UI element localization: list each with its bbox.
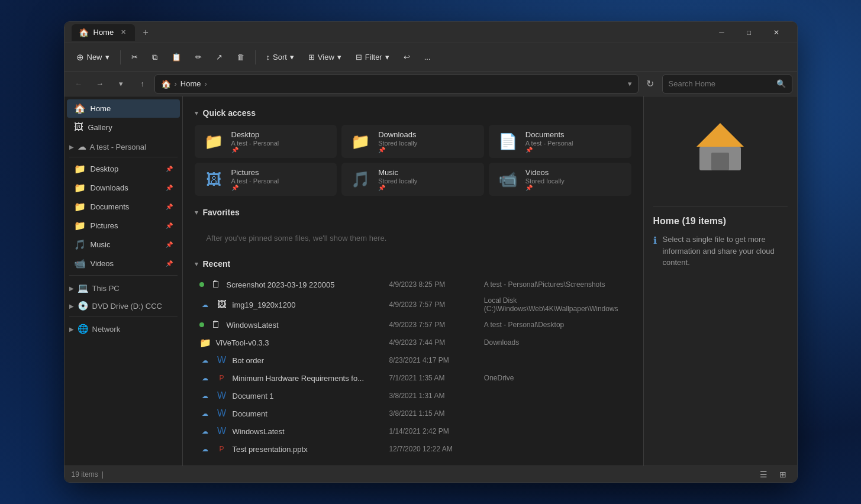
file-date-7: 3/8/2021 1:15 AM — [389, 409, 483, 418]
recent-row-1[interactable]: ☁ 🖼 img19_1920x1200 4/9/2023 7:57 PM Loc… — [195, 293, 631, 316]
breadcrumb-dropdown-icon[interactable]: ▾ — [628, 79, 632, 88]
grid-view-button[interactable]: ⊞ — [776, 467, 790, 482]
search-input[interactable] — [669, 79, 772, 88]
home-tab[interactable]: 🏠 Home ✕ — [72, 24, 136, 41]
sidebar-item-downloads[interactable]: 📁 Downloads 📌 — [67, 179, 180, 197]
list-view-button[interactable]: ☰ — [757, 467, 771, 482]
recent-header[interactable]: ▾ Recent — [195, 259, 631, 269]
sidebar-downloads-label: Downloads — [91, 183, 128, 192]
rp-info-icon: ℹ — [653, 235, 657, 246]
share-button[interactable]: ↗ — [210, 49, 228, 65]
sidebar-item-thispc[interactable]: ▶ 💻 This PC — [65, 278, 182, 296]
sidebar-videos-label: Videos — [91, 259, 114, 268]
maximize-button[interactable]: □ — [736, 22, 763, 43]
sidebar-item-videos[interactable]: 📹 Videos 📌 — [67, 254, 180, 273]
refresh-button[interactable]: ↻ — [641, 75, 660, 93]
undo-button[interactable]: ↩ — [398, 49, 416, 65]
back-button[interactable]: ← — [69, 75, 88, 93]
forward-button[interactable]: → — [91, 75, 109, 93]
search-box[interactable]: 🔍 — [662, 75, 792, 93]
recent-row-4[interactable]: ☁ W Bot order 8/23/2021 4:17 PM — [195, 351, 631, 369]
breadcrumb-path: Home — [180, 79, 201, 88]
sidebar-item-documents[interactable]: 📁 Documents 📌 — [67, 198, 180, 216]
qa-videos-icon: 📹 — [496, 167, 520, 191]
recent-row-0[interactable]: 🗒 Screenshot 2023-03-19 220005 4/9/2023 … — [195, 276, 631, 293]
breadcrumb-sep-1: › — [175, 79, 177, 88]
qa-item-documents[interactable]: 📄 Documents A test - Personal 📌 — [489, 125, 631, 158]
file-icon-1: ☁ — [199, 299, 211, 311]
recent-row-2[interactable]: 🗒 WindowsLatest 4/9/2023 7:57 PM A test … — [195, 316, 631, 334]
copy-button[interactable]: ⧉ — [146, 49, 163, 66]
file-date-4: 8/23/2021 4:17 PM — [389, 356, 483, 364]
file-location-1: Local Disk (C:)\Windows\Web\4K\Wallpaper… — [484, 296, 627, 313]
sidebar-network-label: Network — [92, 325, 121, 334]
main-content: 🏠 Home 🖼 Gallery ▶ ☁ A test - Personal 📁… — [65, 96, 797, 466]
view-button[interactable]: ⊞ View ▾ — [302, 49, 347, 65]
recent-row-8[interactable]: ☁ W WindowsLatest 1/14/2021 2:42 PM — [195, 422, 631, 440]
status-bar: 19 items | ☰ ⊞ — [65, 466, 797, 482]
tab-title: Home — [93, 28, 114, 37]
favorites-header[interactable]: ▾ Favorites — [195, 208, 631, 217]
cut-button[interactable]: ✂ — [125, 49, 144, 65]
home-icon: 🏠 — [74, 103, 86, 114]
recent-row-6[interactable]: ☁ W Document 1 3/8/2021 1:31 AM — [195, 387, 631, 405]
rename-button[interactable]: ✏ — [189, 49, 208, 65]
up-button[interactable]: ↑ — [133, 75, 152, 93]
sidebar-item-dvd[interactable]: ▶ 💿 DVD Drive (D:) CCC — [65, 296, 182, 314]
more-button[interactable]: ... — [418, 49, 437, 65]
recent-locations-button[interactable]: ▾ — [112, 75, 131, 93]
recent-row-5[interactable]: ☁ P Minimum Hardware Requirements fo... … — [195, 369, 631, 387]
search-icon: 🔍 — [776, 79, 786, 88]
rp-title: Home (19 items) — [653, 216, 788, 227]
recent-row-7[interactable]: ☁ W Document 3/8/2021 1:15 AM — [195, 405, 631, 422]
qa-item-pictures[interactable]: 🖼 Pictures A test - Personal 📌 — [195, 163, 337, 196]
sidebar-item-desktop[interactable]: 📁 Desktop 📌 — [67, 160, 180, 178]
qa-item-music[interactable]: 🎵 Music Stored locally 📌 — [341, 163, 484, 196]
tab-home-icon: 🏠 — [79, 28, 89, 37]
new-button[interactable]: ⊕ New ▾ — [70, 49, 115, 66]
quick-access-header[interactable]: ▾ Quick access — [195, 108, 631, 118]
file-type-icon-9: P — [216, 443, 228, 455]
sort-button[interactable]: ↕ Sort ▾ — [260, 49, 300, 65]
tab-close-button[interactable]: ✕ — [118, 28, 128, 37]
qa-pictures-sub: A test - Personal — [231, 177, 330, 185]
thispc-expand-icon: ▶ — [69, 285, 74, 292]
sidebar-desktop-label: Desktop — [91, 164, 119, 173]
sidebar-item-network[interactable]: ▶ 🌐 Network — [65, 319, 182, 337]
status-separator: | — [102, 470, 104, 479]
breadcrumb-home-icon: 🏠 — [161, 79, 171, 89]
paste-button[interactable]: 📋 — [166, 49, 187, 65]
qa-documents-info: Documents A test - Personal 📌 — [525, 130, 624, 153]
filter-button[interactable]: ⊟ Filter ▾ — [350, 49, 395, 65]
new-dropdown-icon: ▾ — [105, 53, 109, 62]
sidebar-item-music[interactable]: 🎵 Music 📌 — [67, 235, 180, 254]
minimize-button[interactable]: ─ — [708, 22, 736, 43]
qa-item-desktop[interactable]: 📁 Desktop A test - Personal 📌 — [195, 125, 337, 158]
close-button[interactable]: ✕ — [763, 22, 790, 43]
toolbar-sep-2 — [255, 50, 256, 64]
quick-access-arrow: ▾ — [195, 109, 198, 117]
qa-desktop-info: Desktop A test - Personal 📌 — [231, 130, 330, 153]
qa-item-downloads[interactable]: 📁 Downloads Stored locally 📌 — [341, 125, 484, 158]
sidebar-item-onedrive[interactable]: ▶ ☁ A test - Personal — [65, 137, 182, 154]
sidebar-item-home[interactable]: 🏠 Home — [67, 99, 180, 118]
new-tab-button[interactable]: + — [137, 24, 154, 41]
qa-downloads-icon: 📁 — [349, 130, 372, 153]
breadcrumb-sep-2: › — [205, 79, 207, 88]
sidebar-item-gallery[interactable]: 🖼 Gallery — [67, 118, 180, 136]
qa-documents-name: Documents — [525, 130, 624, 139]
recent-row-9[interactable]: ☁ P Test presentation.pptx 12/7/2020 12:… — [195, 440, 631, 458]
file-icon-8: ☁ — [199, 425, 211, 437]
file-area: ▾ Quick access 📁 Desktop A test - Person… — [183, 96, 643, 466]
sidebar-divider-3 — [69, 316, 178, 316]
file-name-1: img19_1920x1200 — [233, 301, 296, 309]
recent-row-3[interactable]: 📁 ViVeTool-v0.3.3 4/9/2023 7:44 PM Downl… — [195, 334, 631, 351]
dvd-icon: 💿 — [78, 301, 89, 311]
breadcrumb[interactable]: 🏠 › Home › ▾ — [154, 75, 639, 93]
title-bar: 🏠 Home ✕ + ─ □ ✕ — [65, 22, 797, 43]
qa-item-videos[interactable]: 📹 Videos Stored locally 📌 — [489, 163, 631, 196]
downloads-pin-icon: 📌 — [166, 185, 173, 191]
sidebar-item-pictures[interactable]: 📁 Pictures 📌 — [67, 217, 180, 235]
delete-button[interactable]: 🗑 — [231, 49, 250, 65]
filter-icon: ⊟ — [356, 53, 362, 62]
